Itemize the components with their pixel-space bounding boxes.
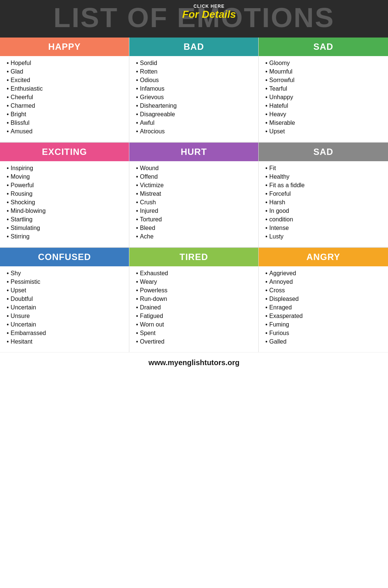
list-item: Powerless bbox=[136, 286, 255, 295]
list-item: Enraged bbox=[265, 303, 385, 312]
list-item: Heavy bbox=[265, 110, 385, 119]
list-item: Tearful bbox=[265, 85, 385, 93]
list-item: Lusty bbox=[265, 233, 385, 241]
category-section-exciting: EXCITINGInspiringMovingPowerfulRousingSh… bbox=[0, 143, 129, 248]
category-header-happy: HAPPY bbox=[0, 38, 129, 56]
list-item: Uncertain bbox=[7, 303, 126, 312]
list-item: Rousing bbox=[7, 190, 126, 198]
list-item: Unsure bbox=[7, 312, 126, 321]
category-items-sad1: GloomyMournfulSorrowfulTearfulUnhappyHat… bbox=[259, 56, 388, 142]
category-items-bad: SordidRottenOdiousInfamousGrievousDishea… bbox=[129, 56, 258, 142]
list-item: Wound bbox=[136, 164, 255, 173]
list-item: Harsh bbox=[265, 198, 385, 207]
list-item: Offend bbox=[136, 173, 255, 181]
list-item: Cross bbox=[265, 286, 385, 295]
list-item: Disheartening bbox=[136, 102, 255, 110]
list-item: Glad bbox=[7, 68, 126, 76]
list-item: Weary bbox=[136, 278, 255, 286]
category-section-happy: HAPPYHopefulGladExcitedEnthusiasticCheer… bbox=[0, 38, 129, 143]
category-items-sad2: FitHealthyFit as a fiddleForcefulHarshIn… bbox=[259, 161, 388, 247]
category-section-hurt: HURTWoundOffendVictimizeMistreatCrushInj… bbox=[129, 143, 259, 248]
category-header-tired: TIRED bbox=[129, 248, 258, 266]
list-item: Blissful bbox=[7, 119, 126, 127]
category-header-sad1: SAD bbox=[259, 38, 388, 56]
category-section-tired: TIREDExhaustedWearyPowerlessRun-downDrai… bbox=[129, 248, 259, 352]
category-label-angry: ANGRY bbox=[262, 252, 385, 262]
list-item: Uncertain bbox=[7, 321, 126, 329]
badge-area[interactable]: CLICK HERE For Details bbox=[182, 4, 236, 20]
list-item: Hesitant bbox=[7, 338, 126, 346]
list-item: In good bbox=[265, 207, 385, 215]
category-header-bad: BAD bbox=[129, 38, 258, 56]
list-item: Moving bbox=[7, 173, 126, 181]
list-item: Cheerful bbox=[7, 93, 126, 102]
click-here-label[interactable]: CLICK HERE bbox=[182, 4, 236, 9]
content-grid: HAPPYHopefulGladExcitedEnthusiasticCheer… bbox=[0, 38, 388, 352]
list-item: Exasperated bbox=[265, 312, 385, 321]
list-item: Embarrassed bbox=[7, 329, 126, 338]
page-wrapper: CLICK HERE For Details LIST OF EMOTIONS … bbox=[0, 0, 388, 373]
list-item: Aggrieved bbox=[265, 269, 385, 278]
list-item: Miserable bbox=[265, 119, 385, 127]
list-item: Mind-blowing bbox=[7, 207, 126, 215]
list-item: Annoyed bbox=[265, 278, 385, 286]
category-items-angry: AggrievedAnnoyedCrossDispleasedEnragedEx… bbox=[259, 266, 388, 352]
category-header-hurt: HURT bbox=[129, 143, 258, 161]
category-header-confused: CONFUSED bbox=[0, 248, 129, 266]
category-section-sad1: SADGloomyMournfulSorrowfulTearfulUnhappy… bbox=[259, 38, 388, 143]
list-item: Injured bbox=[136, 207, 255, 215]
footer: www.myenglishtutors.org bbox=[0, 352, 388, 373]
list-item: Infamous bbox=[136, 85, 255, 93]
list-item: Stimulating bbox=[7, 224, 126, 233]
category-label-tired: TIRED bbox=[132, 252, 255, 262]
category-section-bad: BADSordidRottenOdiousInfamousGrievousDis… bbox=[129, 38, 259, 143]
category-items-confused: ShyPessimisticUpsetDoubtfulUncertainUnsu… bbox=[0, 266, 129, 352]
category-header-angry: ANGRY bbox=[259, 248, 388, 266]
for-details-label[interactable]: For Details bbox=[182, 9, 236, 20]
list-item: condition bbox=[265, 215, 385, 224]
list-item: Disagreeable bbox=[136, 110, 255, 119]
list-item: Enthusiastic bbox=[7, 85, 126, 93]
list-item: Awful bbox=[136, 119, 255, 127]
list-item: Doubtful bbox=[7, 295, 126, 303]
list-item: Shy bbox=[7, 269, 126, 278]
category-label-confused: CONFUSED bbox=[3, 252, 126, 262]
category-items-tired: ExhaustedWearyPowerlessRun-downDrainedFa… bbox=[129, 266, 258, 352]
list-item: Worn out bbox=[136, 321, 255, 329]
list-item: Fit as a fiddle bbox=[265, 181, 385, 190]
category-section-confused: CONFUSEDShyPessimisticUpsetDoubtfulUncer… bbox=[0, 248, 129, 352]
category-label-bad: BAD bbox=[132, 42, 255, 52]
list-item: Displeased bbox=[265, 295, 385, 303]
header: CLICK HERE For Details LIST OF EMOTIONS bbox=[0, 0, 388, 38]
category-header-exciting: EXCITING bbox=[0, 143, 129, 161]
list-item: Fit bbox=[265, 164, 385, 173]
list-item: Grievous bbox=[136, 93, 255, 102]
category-label-hurt: HURT bbox=[132, 147, 255, 157]
list-item: Hateful bbox=[265, 102, 385, 110]
category-section-sad2: SADFitHealthyFit as a fiddleForcefulHars… bbox=[259, 143, 388, 248]
list-item: Excited bbox=[7, 76, 126, 85]
list-item: Tortured bbox=[136, 215, 255, 224]
category-items-hurt: WoundOffendVictimizeMistreatCrushInjured… bbox=[129, 161, 258, 247]
list-item: Atrocious bbox=[136, 127, 255, 136]
list-item: Bleed bbox=[136, 224, 255, 233]
list-item: Upset bbox=[265, 127, 385, 136]
list-item: Ache bbox=[136, 233, 255, 241]
category-label-happy: HAPPY bbox=[3, 42, 126, 52]
list-item: Crush bbox=[136, 198, 255, 207]
list-item: Mournful bbox=[265, 68, 385, 76]
category-header-sad2: SAD bbox=[259, 143, 388, 161]
list-item: Fatigued bbox=[136, 312, 255, 321]
list-item: Overtired bbox=[136, 338, 255, 346]
list-item: Drained bbox=[136, 303, 255, 312]
list-item: Furious bbox=[265, 329, 385, 338]
list-item: Victimize bbox=[136, 181, 255, 190]
list-item: Sorrowful bbox=[265, 76, 385, 85]
category-label-sad1: SAD bbox=[262, 42, 385, 52]
list-item: Shocking bbox=[7, 198, 126, 207]
list-item: Mistreat bbox=[136, 190, 255, 198]
footer-url[interactable]: www.myenglishtutors.org bbox=[149, 358, 240, 367]
list-item: Startling bbox=[7, 215, 126, 224]
list-item: Exhausted bbox=[136, 269, 255, 278]
list-item: Fuming bbox=[265, 321, 385, 329]
